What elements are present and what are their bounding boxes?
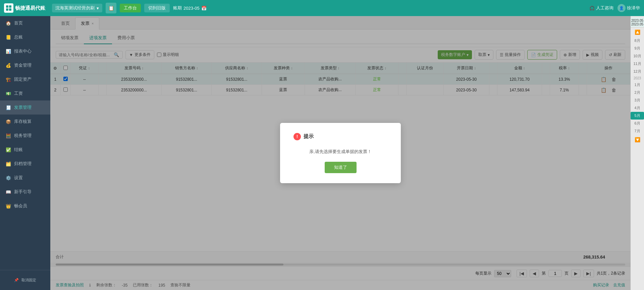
svg-rect-3 <box>9 8 11 11</box>
archive-icon: 🗂️ <box>5 161 11 167</box>
modal-body: 亲,请先选择要生成单据的发票！ <box>293 146 387 162</box>
sidebar-label-tax: 税务管理 <box>14 133 32 139</box>
svg-rect-2 <box>6 8 8 11</box>
month-6[interactable]: 6月 <box>631 120 644 127</box>
sidebar-label-funds: 资金管理 <box>14 62 32 68</box>
modal-header: ! 提示 <box>293 133 387 140</box>
customer-service-label: 人工咨询 <box>596 5 613 11</box>
app-logo: 畅捷通易代账 <box>4 3 45 13</box>
app-title: 畅捷通易代账 <box>15 5 45 11</box>
sidebar-item-settings[interactable]: ⚙️ 设置 <box>0 171 50 185</box>
sidebar-item-ledger[interactable]: 📒 总账 <box>0 30 50 44</box>
funds-icon: 💰 <box>5 62 11 68</box>
workspace-btn[interactable]: 工作台 <box>120 4 141 12</box>
sidebar-item-invoice[interactable]: 🧾 发票管理 <box>0 100 50 115</box>
svg-rect-0 <box>6 5 8 8</box>
ledger-icon: 📒 <box>5 34 11 40</box>
sidebar-label-invoice: 发票管理 <box>14 104 32 111</box>
collapse-down-btn[interactable]: 🔽 <box>633 135 642 144</box>
sidebar: 🏠 首页 📒 总账 📊 报表中心 💰 资金管理 🏗️ 固定资产 💵 工资 <box>0 16 50 290</box>
month-9[interactable]: 9月 <box>631 45 644 52</box>
period-header1: 2023.05 <box>631 19 644 22</box>
sidebar-item-inventory[interactable]: 📦 库存核算 <box>0 115 50 129</box>
chevron-down-icon: ▾ <box>97 6 99 11</box>
modal-message: 亲,请先选择要生成单据的发票！ <box>309 149 372 154</box>
sidebar-item-guide[interactable]: 📖 新手引导 <box>0 185 50 199</box>
sidebar-label-salary: 工资 <box>14 90 23 96</box>
calendar-icon[interactable]: 📅 <box>201 6 207 11</box>
sidebar-bottom: 📌 取消固定 <box>0 270 50 290</box>
inventory-icon: 📦 <box>5 119 11 125</box>
customer-service-btn[interactable]: 🎧 人工咨询 <box>589 5 613 11</box>
reports-icon: 📊 <box>5 48 11 54</box>
month-7[interactable]: 7月 <box>631 127 644 135</box>
company-selector[interactable]: 沈海英测试经营勿刷 ▾ <box>52 4 102 12</box>
modal-title: 提示 <box>304 133 314 140</box>
month-11[interactable]: 11月 <box>631 60 644 68</box>
company-icon-btn[interactable]: 📋 <box>106 3 116 13</box>
company-name: 沈海英测试经营勿刷 <box>55 5 95 11</box>
period-value: 2023-05 <box>183 6 200 11</box>
salary-icon: 💵 <box>5 90 11 96</box>
settings-icon: ⚙️ <box>5 175 11 181</box>
period-header2: 2023.05 <box>631 22 644 26</box>
content-area: 首页 发票 × 销项发票 进项发票 费用小票 <box>50 16 631 290</box>
period-label: 账期 <box>173 5 182 11</box>
period-selector-header: 2023.05 2023.05 <box>631 18 644 27</box>
logo-icon <box>4 3 13 13</box>
user-avatar: 👤 <box>618 4 626 12</box>
pin-icon: 📌 <box>14 278 19 282</box>
cancel-fixed-label: 取消固定 <box>21 278 36 283</box>
modal-footer: 知道了 <box>293 162 387 173</box>
sidebar-label-settle: 结账 <box>14 147 23 153</box>
modal-confirm-btn[interactable]: 知道了 <box>325 162 357 173</box>
sidebar-item-reports[interactable]: 📊 报表中心 <box>0 44 50 58</box>
sidebar-item-archive[interactable]: 🗂️ 归档管理 <box>0 157 50 171</box>
period-display: 账期 2023-05 📅 <box>173 5 207 11</box>
sidebar-label-archive: 归档管理 <box>14 161 32 167</box>
sidebar-item-member[interactable]: 👑 畅会员 <box>0 199 50 213</box>
sidebar-item-assets[interactable]: 🏗️ 固定资产 <box>0 72 50 86</box>
sidebar-label-settings: 设置 <box>14 175 23 181</box>
month-4[interactable]: 4月 <box>631 104 644 112</box>
sidebar-item-funds[interactable]: 💰 资金管理 <box>0 58 50 72</box>
year-2023-label: 2023 <box>634 75 641 81</box>
guide-icon: 📖 <box>5 189 11 195</box>
sidebar-label-assets: 固定资产 <box>14 76 32 82</box>
user-profile-btn[interactable]: 👤 徐泽华 <box>618 4 640 12</box>
tax-icon: 🧮 <box>5 133 11 139</box>
month-2[interactable]: 2月 <box>631 89 644 96</box>
sidebar-label-home: 首页 <box>14 20 23 26</box>
svg-rect-1 <box>9 5 11 8</box>
month-12[interactable]: 12月 <box>631 68 644 75</box>
switch-version-btn[interactable]: 切到旧版 <box>144 4 170 12</box>
invoice-icon: 🧾 <box>5 104 11 111</box>
sidebar-label-guide: 新手引导 <box>14 189 32 195</box>
collapse-up-btn[interactable]: 🔼 <box>633 27 642 37</box>
modal-dialog: ! 提示 亲,请先选择要生成单据的发票！ 知道了 <box>280 123 401 184</box>
month-8[interactable]: 8月 <box>631 37 644 45</box>
home-icon: 🏠 <box>5 20 11 26</box>
month-5[interactable]: 5月 <box>631 112 644 120</box>
sidebar-label-ledger: 总账 <box>14 34 23 40</box>
member-icon: 👑 <box>5 203 11 209</box>
warning-icon: ! <box>293 133 301 140</box>
modal-overlay: ! 提示 亲,请先选择要生成单据的发票！ 知道了 <box>50 16 631 290</box>
assets-icon: 🏗️ <box>5 76 11 82</box>
sidebar-item-settle[interactable]: ✅ 结账 <box>0 143 50 157</box>
sidebar-label-inventory: 库存核算 <box>14 119 32 125</box>
sidebar-item-tax[interactable]: 🧮 税务管理 <box>0 129 50 143</box>
right-period-panel: 2023.05 2023.05 🔼 8月 9月 10月 11月 12月 2023… <box>631 16 644 290</box>
month-3[interactable]: 3月 <box>631 96 644 104</box>
month-10[interactable]: 10月 <box>631 52 644 60</box>
sidebar-item-salary[interactable]: 💵 工资 <box>0 86 50 100</box>
headset-icon: 🎧 <box>589 6 595 11</box>
sidebar-label-reports: 报表中心 <box>14 48 32 54</box>
top-bar: 畅捷通易代账 沈海英测试经营勿刷 ▾ 📋 工作台 切到旧版 账期 2023-05… <box>0 0 644 16</box>
sidebar-item-home[interactable]: 🏠 首页 <box>0 16 50 30</box>
top-bar-right: 🎧 人工咨询 👤 徐泽华 <box>589 4 640 12</box>
user-name: 徐泽华 <box>627 5 640 11</box>
settle-icon: ✅ <box>5 147 11 153</box>
month-1[interactable]: 1月 <box>631 81 644 89</box>
cancel-fixed-btn[interactable]: 📌 取消固定 <box>0 274 50 287</box>
